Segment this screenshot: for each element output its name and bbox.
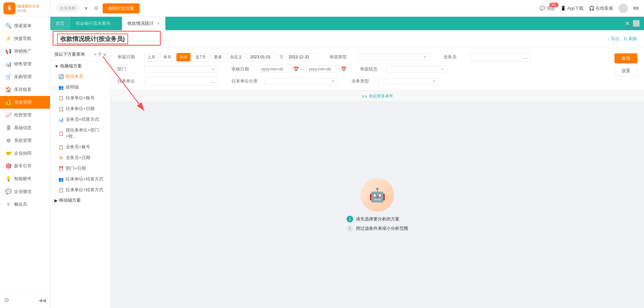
scheme-item-unit-settlement2[interactable]: 📋 往来单位+结算方式 <box>50 185 110 195</box>
header-dropdown-icon[interactable]: ▼ <box>84 6 89 11</box>
scheme-add-icon[interactable]: + <box>94 51 97 57</box>
sidebar-item-sales[interactable]: 📊 销售管理 <box>0 58 50 70</box>
user-avatar[interactable] <box>619 4 628 13</box>
sidebar-item-search[interactable]: 🔍 搜索菜单 <box>0 19 50 32</box>
scheme-item-unit-date[interactable]: 📋 往来单位+日期 <box>50 103 110 114</box>
sidebar-item-guide[interactable]: 🎯 新手引导 <box>0 160 50 172</box>
date-btn-last-month[interactable]: 上月 <box>144 53 158 61</box>
cal-icon-2[interactable]: 📅 <box>341 66 346 72</box>
app-download-item[interactable]: 📱 App下载 <box>560 5 584 11</box>
sidebar-item-inventory[interactable]: 🏠 库存核算 <box>0 83 50 96</box>
filter-results-panel: 单据日期 上月 本月 本年 近7天 更多 自定义 <box>111 48 644 308</box>
counterpart-label: 往来单位 <box>117 78 138 84</box>
salesperson-more-icon[interactable]: ... <box>523 54 527 60</box>
scheme-category-mobile[interactable]: ▶ 移动端方案 <box>50 195 110 205</box>
unit-account-icon: 📋 <box>58 95 64 101</box>
scheme-item-dept-date[interactable]: ⏰ 部门+日期 <box>50 163 110 174</box>
audit-date-to-input[interactable] <box>306 65 339 73</box>
filter-row-3: 往来单位 ... 往来单位分类 ▼ <box>117 77 609 86</box>
scheme-item-by-salesperson[interactable]: 🔄 按业务员 <box>50 71 110 82</box>
page-actions: ↑ 导出 ↻ 刷新 <box>607 36 638 42</box>
tab-bank-flow[interactable]: 现金银行流水查询 × <box>70 17 122 30</box>
operation-icon: 📈 <box>5 112 11 118</box>
sales-icon: 📊 <box>5 61 11 67</box>
date-from-input[interactable] <box>247 53 277 61</box>
empty-robot-icon: 🤖 <box>361 178 394 212</box>
filter-settings-btn[interactable]: 设置 <box>614 65 637 76</box>
refresh-btn[interactable]: ↻ 刷新 <box>624 36 637 42</box>
salesperson-date-icon: ⚙ <box>58 155 64 160</box>
tab-collection-stats-close[interactable]: × <box>157 21 160 26</box>
scheme-item-unit-dept-collect[interactable]: 📋 按往来单位+部门+收... <box>50 125 110 142</box>
sidebar-item-member[interactable]: V 畅会员 <box>0 198 50 211</box>
date-to-input[interactable] <box>286 53 316 61</box>
scheme-item-salesperson-account[interactable]: 📋 业务员+账号 <box>50 142 110 152</box>
tab-close-all-icon[interactable]: ✕ <box>625 20 630 27</box>
query-btn[interactable]: 查询 <box>614 53 637 63</box>
header-right: 💬 消息 99+ 📱 App下载 🎧 在线客服 Rit <box>540 4 639 13</box>
date-btn-this-month[interactable]: 本月 <box>160 53 174 61</box>
scheme-item-by-detail[interactable]: 👥 按明细 <box>50 82 110 93</box>
scheme-category-pc[interactable]: ▼ 电脑端方案 <box>50 61 110 71</box>
messages-badge: 99+ <box>549 3 558 7</box>
date-btn-this-year[interactable]: 本年 <box>176 53 191 61</box>
top-header: 企业名称 ▼ ⚙ 体验行业方案 💬 消息 99+ 📱 App下载 🎧 在线客服 <box>50 0 644 17</box>
guide-icon: 🎯 <box>5 163 11 169</box>
scheme-collapse-icon[interactable]: « <box>103 51 106 57</box>
dept-date-icon: ⏰ <box>58 166 64 171</box>
counterpart-category-select[interactable]: ▼ <box>264 78 338 85</box>
tab-bank-flow-close[interactable]: × <box>114 21 116 26</box>
collapse-bar[interactable]: ∧∧ 收起更多条件 <box>111 91 644 102</box>
sidebar-item-wechat[interactable]: 💬 企业微信 <box>0 185 50 198</box>
doc-type-select[interactable]: ▼ <box>356 54 430 60</box>
date-btn-7days[interactable]: 近7天 <box>193 53 209 61</box>
trial-btn[interactable]: 体验行业方案 <box>103 3 140 13</box>
wechat-icon: 💬 <box>5 189 11 195</box>
dept-arrow-icon: ▼ <box>211 67 215 71</box>
sidebar-collapse-icon[interactable]: ◀◀ <box>39 298 46 303</box>
page-title: 收款情况统计(按业务员) <box>57 34 128 44</box>
export-btn[interactable]: ↑ 导出 <box>607 36 620 42</box>
sidebar-item-operation[interactable]: 📈 经营管理 <box>0 109 50 121</box>
tab-maximize-icon[interactable]: ⬜ <box>633 20 640 27</box>
scheme-item-unit-settlement1[interactable]: 👥 往来单位+结算方式 <box>50 174 110 185</box>
tab-collection-stats[interactable]: 收款情况统计 × <box>122 17 165 30</box>
tab-home[interactable]: 首页 <box>50 17 70 30</box>
doc-status-select[interactable]: ▼ <box>387 66 447 72</box>
date-btn-custom[interactable]: 自定义 <box>227 53 245 61</box>
mobile-arrow-icon: ▶ <box>54 198 58 203</box>
business-type-select[interactable]: ▼ <box>378 78 439 85</box>
salesperson-select[interactable]: ... <box>470 53 531 61</box>
filter-area: 单据日期 上月 本月 本年 近7天 更多 自定义 <box>111 48 644 91</box>
counterpart-select[interactable]: ... <box>144 77 218 86</box>
sidebar-item-enterprise[interactable]: 🤝 企业协同 <box>0 147 50 160</box>
scheme-item-unit-account[interactable]: 📋 往来单位+账号 <box>50 93 110 103</box>
cal-icon-1[interactable]: 📅 <box>293 66 299 72</box>
sidebar-item-basic[interactable]: 🗄 基础信息 <box>0 121 50 134</box>
sidebar-item-hardware[interactable]: 💡 智能硬件 <box>0 172 50 185</box>
sidebar-item-finance[interactable]: 💰 资金管理 <box>0 96 50 109</box>
sidebar-settings-icon[interactable]: ⚙ <box>4 297 9 304</box>
step-1-num: 1 <box>346 216 353 222</box>
sidebar-item-system[interactable]: ⚙ 系统管理 <box>0 134 50 147</box>
header-settings-icon[interactable]: ⚙ <box>94 5 99 11</box>
messages-item[interactable]: 💬 消息 99+ <box>540 5 555 11</box>
sidebar-item-marketing[interactable]: 📢 营销推广 <box>0 45 50 58</box>
dept-label: 部门 <box>117 66 138 72</box>
scheme-settings-icon[interactable]: ⚙ <box>98 51 102 57</box>
counterpart-more-icon[interactable]: ... <box>211 78 215 84</box>
sidebar-item-purchase[interactable]: 🛒 采购管理 <box>0 70 50 83</box>
message-icon: 💬 <box>540 6 545 11</box>
scheme-item-salesperson-settlement[interactable]: 📊 业务员+结算方式 <box>50 114 110 125</box>
online-service-item[interactable]: 🎧 在线客服 <box>589 5 613 11</box>
date-btn-more[interactable]: 更多 <box>211 53 225 61</box>
purchase-icon: 🛒 <box>5 74 11 80</box>
basic-icon: 🗄 <box>5 125 11 131</box>
doc-status-label: 单据状态 <box>360 66 380 72</box>
dept-select[interactable]: ▼ <box>144 66 218 72</box>
audit-date-from-input[interactable] <box>258 65 292 73</box>
scheme-item-salesperson-date[interactable]: ⚙ 业务员+日期 <box>50 152 110 163</box>
finance-icon: 💰 <box>5 99 11 105</box>
system-icon: ⚙ <box>5 138 11 144</box>
sidebar-item-quick-nav[interactable]: ⚡ 快捷导航 <box>0 32 50 45</box>
